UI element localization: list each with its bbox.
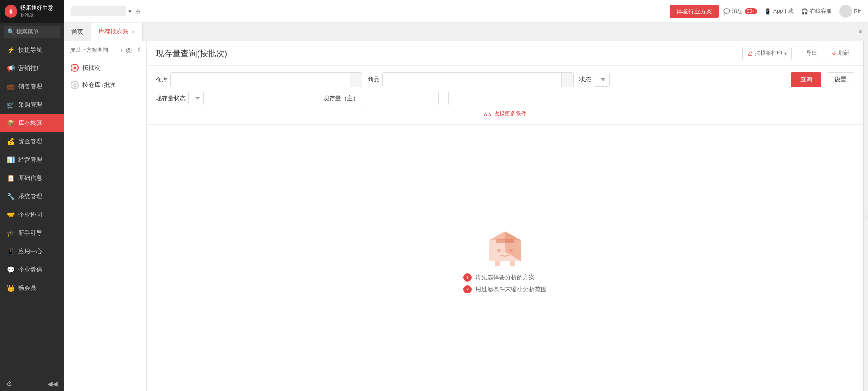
sidebar-item-purchase[interactable]: 🛒 采购管理 xyxy=(0,96,64,114)
filter-collapse-icon[interactable]: 《 xyxy=(134,46,141,54)
main-content: ▾ ⚙ 体验行业方案 💬 消息 99+ 📱 App下载 🎧 在线客服 Rit xyxy=(64,0,868,391)
company-name: 畅康通好生意 xyxy=(20,5,53,12)
sidebar-item-label: 采购管理 xyxy=(18,101,42,109)
sidebar-item-operation[interactable]: 📊 经营管理 xyxy=(0,151,64,169)
sidebar-footer: ⚙ ◀◀ xyxy=(0,376,64,391)
appstore-icon: 📱 xyxy=(6,247,15,255)
stock-qty-min-input[interactable] xyxy=(362,92,439,105)
stock-qty-max-input[interactable] xyxy=(448,92,525,105)
tab-home[interactable]: 首页 xyxy=(64,23,91,41)
search-filters: 仓库 ... 商品 ... 状态 xyxy=(147,66,863,125)
sidebar-search[interactable]: 🔍 搜索菜单 xyxy=(4,26,60,38)
collapse-sidebar-icon[interactable]: ◀◀ xyxy=(48,380,58,387)
sidebar-item-inventory[interactable]: 📦 库存核算 xyxy=(0,114,64,132)
sidebar-item-wechat[interactable]: 💬 企业微信 xyxy=(0,261,64,279)
online-service-label: 在线客服 xyxy=(810,7,832,15)
sidebar-item-label: 快捷导航 xyxy=(18,46,42,54)
search-menu-label: 搜索菜单 xyxy=(16,28,38,36)
warehouse-input-group: ... xyxy=(170,72,362,87)
sidebar-item-system[interactable]: 🔧 系统管理 xyxy=(0,187,64,206)
empty-illustration xyxy=(478,222,533,268)
filter-item-batch[interactable]: ● 按批次 xyxy=(64,59,146,76)
setting-btn[interactable]: 设置 xyxy=(827,72,854,87)
sidebar-header: 6 畅康通好生意 标准版 xyxy=(0,0,64,23)
print-dropdown-icon: ▾ xyxy=(784,50,787,57)
export-btn[interactable]: ↑ 导出 xyxy=(797,47,822,60)
right-collapse-handle[interactable]: › xyxy=(863,41,868,391)
sidebar-item-label: 基础信息 xyxy=(18,174,42,182)
sidebar-item-member[interactable]: 👑 畅会员 xyxy=(0,279,64,297)
sidebar-item-basic[interactable]: 📋 基础信息 xyxy=(0,169,64,187)
filter-row-1: 仓库 ... 商品 ... 状态 xyxy=(156,72,854,87)
goods-input[interactable] xyxy=(383,73,561,87)
message-btn[interactable]: 💬 消息 99+ xyxy=(723,7,757,15)
status-label: 状态 xyxy=(579,76,591,84)
sidebar-item-marketing[interactable]: 📢 营销推广 xyxy=(0,59,64,77)
sidebar-item-finance[interactable]: 💰 资金管理 xyxy=(0,132,64,151)
topbar: ▾ ⚙ 体验行业方案 💬 消息 99+ 📱 App下载 🎧 在线客服 Rit xyxy=(64,0,868,23)
breadcrumb-settings-icon[interactable]: ⚙ xyxy=(135,8,141,15)
goods-more-btn[interactable]: ... xyxy=(561,73,573,87)
sidebar-nav: ⚡ 快捷导航 📢 营销推广 💼 销售管理 🛒 采购管理 📦 库存核算 💰 资金管… xyxy=(0,41,64,376)
sidebar-item-label: 企业协同 xyxy=(18,211,42,219)
tab-inventory-label: 库存批次账 xyxy=(99,27,128,36)
wechat-icon: 💬 xyxy=(6,266,15,274)
filter-item-warehouse-batch[interactable]: ○ 按仓库+批次 xyxy=(64,76,146,94)
goods-input-group: ... xyxy=(382,72,574,87)
sidebar-item-label: 经营管理 xyxy=(18,156,42,164)
stock-qty-label: 现存量（主） xyxy=(323,94,359,103)
filter-item-label: 按仓库+批次 xyxy=(82,81,116,89)
filter-item-label: 按批次 xyxy=(82,64,100,72)
collapse-filters-btn[interactable]: ∧∧ 收起更多条件 xyxy=(156,110,854,118)
content-area: 现存量查询(按批次) 🖨 按模板打印 ▾ ↑ 导出 ↺ 刷新 xyxy=(147,41,863,391)
system-icon: 🔧 xyxy=(6,192,15,201)
tab-close-main-icon[interactable]: × xyxy=(858,28,863,36)
collapse-up-icon: ∧∧ xyxy=(483,111,492,117)
tab-inventory-batch[interactable]: 库存批次账 × xyxy=(91,23,143,41)
sidebar-item-label: 销售管理 xyxy=(18,82,42,91)
print-label: 按模板打印 xyxy=(755,49,782,57)
svg-rect-3 xyxy=(496,239,514,243)
warehouse-input[interactable] xyxy=(171,73,350,87)
filter-add-icon[interactable]: + xyxy=(120,46,123,54)
empty-tips: 1 请先选择要分析的方案 2 用过滤条件来缩小分析范围 xyxy=(463,273,547,293)
user-btn[interactable]: Rit xyxy=(839,5,861,18)
sidebar-item-sales[interactable]: 💼 销售管理 xyxy=(0,77,64,96)
page-actions: 🖨 按模板打印 ▾ ↑ 导出 ↺ 刷新 xyxy=(742,47,854,60)
breadcrumb-dropdown-icon[interactable]: ▾ xyxy=(128,8,132,15)
search-btn[interactable]: 查询 xyxy=(791,72,821,87)
print-btn[interactable]: 🖨 按模板打印 ▾ xyxy=(742,47,792,60)
app-download-btn[interactable]: 📱 App下载 xyxy=(764,7,794,15)
sidebar-item-newbie[interactable]: 🎓 新手引导 xyxy=(0,224,64,242)
svg-rect-7 xyxy=(510,261,515,266)
sidebar: 6 畅康通好生意 标准版 🔍 搜索菜单 ⚡ 快捷导航 📢 营销推广 💼 销售管理… xyxy=(0,0,64,391)
operation-icon: 📊 xyxy=(6,156,15,164)
stock-status-field: 现存量状态 xyxy=(156,92,318,105)
sidebar-item-label: 系统管理 xyxy=(18,192,42,201)
message-icon: 💬 xyxy=(723,8,730,15)
sidebar-item-shortcut[interactable]: ⚡ 快捷导航 xyxy=(0,41,64,59)
tab-home-label: 首页 xyxy=(71,28,83,36)
filter-header-label: 按以下方案查询 xyxy=(70,46,108,54)
experience-btn[interactable]: 体验行业方案 xyxy=(670,5,719,18)
online-service-btn[interactable]: 🎧 在线客服 xyxy=(801,7,832,15)
export-icon: ↑ xyxy=(802,50,804,57)
warehouse-more-btn[interactable]: ... xyxy=(350,73,362,87)
refresh-btn[interactable]: ↺ 刷新 xyxy=(827,47,854,60)
sidebar-item-appstore[interactable]: 📱 应用中心 xyxy=(0,242,64,261)
print-icon: 🖨 xyxy=(747,50,753,57)
filter-panel-header: 按以下方案查询 + ◎ 《 xyxy=(64,41,146,59)
settings-icon[interactable]: ⚙ xyxy=(6,380,12,387)
sidebar-item-collab[interactable]: 🤝 企业协同 xyxy=(0,206,64,224)
empty-tip-2-text: 用过滤条件来缩小分析范围 xyxy=(475,285,547,293)
tab-close-icon[interactable]: × xyxy=(132,29,135,34)
stock-qty-range: — xyxy=(362,92,525,105)
stock-status-select[interactable] xyxy=(188,92,204,105)
status-select[interactable] xyxy=(594,73,610,87)
sidebar-item-label: 应用中心 xyxy=(18,247,42,255)
page-content: 按以下方案查询 + ◎ 《 ● 按批次 ○ 按仓库+批次 现存量查询(按批次) xyxy=(64,41,868,391)
filter-settings-icon[interactable]: ◎ xyxy=(126,46,132,54)
sidebar-item-label: 企业微信 xyxy=(18,266,42,274)
breadcrumb-input[interactable] xyxy=(71,6,126,16)
status-field: 状态 xyxy=(579,73,786,87)
